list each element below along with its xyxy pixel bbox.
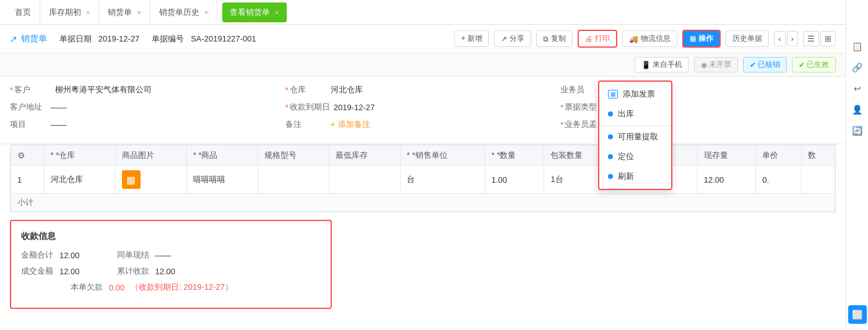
right-sidebar: 📋 🔗 ↩ 👤 🔄 ⬜ <box>846 0 868 330</box>
tab-inventory[interactable]: 库存期初 × <box>40 0 99 25</box>
sidebar-btn-5[interactable]: 🔄 <box>848 121 867 140</box>
print-icon: 🖨 <box>585 35 592 43</box>
subtotal-row: 小计 <box>11 194 835 212</box>
nav-arrows: ‹ › <box>774 31 798 46</box>
from-mobile-button[interactable]: 📱 来自手机 <box>635 57 689 72</box>
view-buttons: ☰ ⊞ <box>803 31 836 46</box>
tab-sales-close[interactable]: × <box>137 9 141 16</box>
data-table: ⚙ * *仓库 商品图片 * *商品 规格型号 最低库存 * *销售单位 * *… <box>11 145 835 212</box>
cell-num: 1 <box>11 166 45 194</box>
tab-sales[interactable]: 销货单 × <box>99 0 150 25</box>
col-stock: 现存量 <box>697 145 756 166</box>
customer-field: * 客户 柳州粤港平安气体有限公司 <box>10 84 285 95</box>
not-open-badge[interactable]: ◉ 未开票 <box>694 57 738 72</box>
cell-img: ▦ <box>115 166 186 194</box>
copy-button[interactable]: ⧉ 复制 <box>536 30 573 47</box>
list-view-button[interactable]: ☰ <box>803 31 819 46</box>
doc-header: ↗ 销货单 单据日期 2019-12-27 单据编号 SA-20191227-0… <box>0 25 846 53</box>
note-field: 备注 ＋ 添加备注 <box>285 119 561 130</box>
customer-required: * <box>10 85 13 95</box>
customer-addr-field: 客户地址 —— <box>10 102 285 113</box>
sidebar-btn-4[interactable]: 👤 <box>848 100 867 119</box>
cell-stock: 12.00 <box>697 166 756 194</box>
col-warehouse: * *仓库 <box>44 145 115 166</box>
operation-button[interactable]: ⊞ 操作 <box>682 30 721 48</box>
transaction-amount-item: 成交金额 12.00 <box>21 266 80 277</box>
grid-view-button[interactable]: ⊞ <box>820 31 836 46</box>
cell-min-stock <box>329 166 400 194</box>
cumulative-collection-item: 累计收款 12.00 <box>117 266 176 277</box>
summary-section: 收款信息 金额合计 12.00 同单现结 —— 成交金额 12.00 <box>10 220 332 309</box>
tab-bar: 首页 库存期初 × 销货单 × 销货单历史 × 查看销货单 × × <box>0 0 868 25</box>
add-note-button[interactable]: ＋ 添加备注 <box>329 119 370 130</box>
warehouse-field: * 仓库 河北仓库 <box>285 84 561 95</box>
sidebar-btn-6[interactable]: ⬜ <box>848 305 867 324</box>
share-icon: ↗ <box>501 35 507 43</box>
dropdown-refresh[interactable]: 刷新 <box>599 167 671 186</box>
confirm-badge[interactable]: ✔ 已核销 <box>743 57 787 72</box>
plus-icon: ＋ <box>329 119 337 130</box>
new-button[interactable]: + 新增 <box>454 30 489 47</box>
dropdown-add-invoice[interactable]: ▦ 添加发票 <box>599 84 671 104</box>
dropdown-divider <box>599 125 671 126</box>
tab-sales-history-close[interactable]: × <box>204 9 208 16</box>
warehouse-required: * <box>285 85 289 95</box>
operation-icon: ⊞ <box>690 35 696 43</box>
share-button[interactable]: ↗ 分享 <box>494 30 531 47</box>
mobile-icon: 📱 <box>641 61 651 69</box>
cell-spec <box>258 166 329 194</box>
invoice-type-required: * <box>560 103 563 112</box>
dropdown-available-qty[interactable]: 可用量提取 <box>599 127 671 147</box>
logistics-button[interactable]: 🚚 物流信息 <box>622 30 677 47</box>
staff2-required: * <box>560 120 563 129</box>
status-row: 📱 来自手机 ◉ 未开票 ✔ 已核销 ✔ 已生效 <box>0 53 846 77</box>
col-qty: * *数量 <box>485 145 544 166</box>
out-warehouse-icon <box>608 111 613 116</box>
prev-button[interactable]: ‹ <box>774 31 785 46</box>
table-row: 1 河北仓库 ▦ 嘻嘻嘻嘻 台 1.00 1台 <box>11 166 835 194</box>
sidebar-btn-3[interactable]: ↩ <box>848 79 867 98</box>
summary-row-3: 本单欠款 0.00 （收款到期日: 2019-12-27） <box>21 282 321 293</box>
col-product-img: 商品图片 <box>115 145 186 166</box>
tab-home[interactable]: 首页 <box>6 0 40 25</box>
tab-sales-history[interactable]: 销货单历史 × <box>150 0 217 25</box>
form-section: * 客户 柳州粤港平安气体有限公司 * 仓库 河北仓库 业务员 演示账号 客户地… <box>0 77 846 144</box>
current-arrears-item: 本单欠款 0.00 （收款到期日: 2019-12-27） <box>71 282 233 293</box>
doc-title: ↗ 销货单 <box>10 33 47 45</box>
ticket-icon: ◉ <box>701 61 707 69</box>
cell-qty: 1.00 <box>485 166 544 194</box>
history-button[interactable]: 历史单据 <box>726 30 769 47</box>
same-order-item: 同单现结 —— <box>117 250 171 261</box>
sidebar-btn-2[interactable]: 🔗 <box>848 58 867 77</box>
subtotal-label: 小计 <box>11 194 835 212</box>
col-settings[interactable]: ⚙ <box>11 145 45 166</box>
col-min-stock: 最低库存 <box>329 145 400 166</box>
cell-extra <box>802 166 835 194</box>
summary-container: 收款信息 金额合计 12.00 同单现结 —— 成交金额 12.00 <box>0 212 846 326</box>
tab-view-sales-close[interactable]: × <box>275 9 279 16</box>
sidebar-btn-1[interactable]: 📋 <box>848 37 867 56</box>
tab-inventory-close[interactable]: × <box>86 9 90 16</box>
sales-order-icon: ↗ <box>10 34 17 44</box>
data-table-wrapper: ⚙ * *仓库 商品图片 * *商品 规格型号 最低库存 * *销售单位 * *… <box>10 144 836 212</box>
doc-actions: + 新增 ↗ 分享 ⧉ 复制 🖨 打印 🚚 物流信息 <box>454 30 836 48</box>
next-button[interactable]: › <box>787 31 798 46</box>
tab-view-sales[interactable]: 查看销货单 × <box>222 2 287 22</box>
effective-badge[interactable]: ✔ 已生效 <box>792 57 836 72</box>
col-extra: 数 <box>802 145 835 166</box>
print-button[interactable]: 🖨 打印 <box>578 30 617 48</box>
form-row-3: 项目 —— 备注 ＋ 添加备注 * 业务员孟 —— <box>10 119 836 130</box>
col-spec: 规格型号 <box>258 145 329 166</box>
dropdown-locate[interactable]: 定位 <box>599 147 671 167</box>
dropdown-out-warehouse[interactable]: 出库 <box>599 104 671 124</box>
add-invoice-icon: ▦ <box>608 90 618 98</box>
cell-price: 0. <box>756 166 802 194</box>
cell-product: 嘻嘻嘻嘻 <box>186 166 258 194</box>
copy-icon: ⧉ <box>543 35 549 43</box>
summary-row-1: 金额合计 12.00 同单现结 —— <box>21 250 321 261</box>
payment-date-field: * 收款到期日 2019-12-27 <box>285 102 561 113</box>
effective-icon: ✔ <box>799 61 805 69</box>
number-label: 单据编号 SA-20191227-001 <box>152 33 256 45</box>
available-qty-icon <box>608 134 613 139</box>
product-image-icon: ▦ <box>126 174 136 186</box>
